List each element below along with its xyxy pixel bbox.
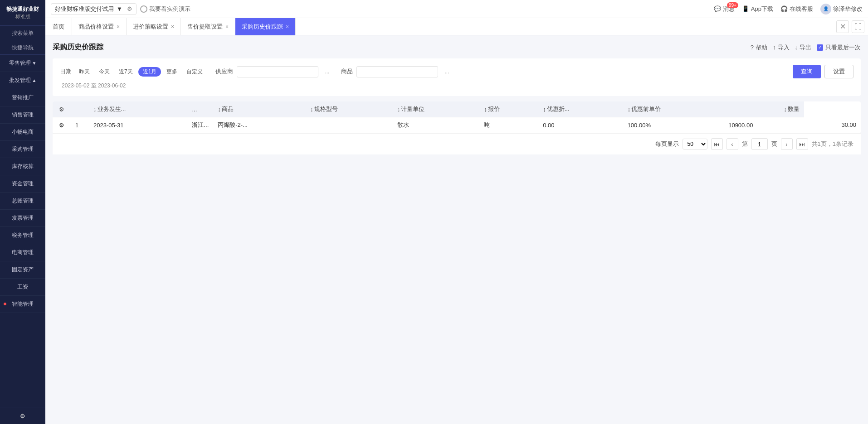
settings-icon[interactable]: ⚙ [127, 5, 132, 12]
th-price[interactable]: ↕报价 [479, 101, 538, 117]
page-actions: ? 帮助 ↑ 导入 ↓ 导出 ✓ 只看最后一次 [751, 43, 861, 52]
user-menu[interactable]: 👤 徐泽华修改 [820, 4, 863, 14]
date-btn-昨天[interactable]: 昨天 [75, 67, 93, 77]
tab-sale[interactable]: 售价提取设置× [181, 18, 235, 35]
th-unit-price-label: 优惠前单价 [631, 105, 661, 113]
filter-supplier-item: 供应商 ... [215, 66, 332, 77]
arrow-icon: ▼ [31, 61, 37, 66]
messages-btn[interactable]: 💬 消息 99+ [714, 5, 735, 13]
supplier-filter-label: 供应商 [215, 67, 233, 76]
tab-close-history[interactable]: × [286, 24, 289, 30]
tab-close-price[interactable]: × [117, 24, 120, 30]
sidebar-item-assets[interactable]: 固定资产 [0, 261, 45, 279]
tab-label-strategy: 进价策略设置 [133, 23, 168, 31]
per-page-select[interactable]: 50 100 [683, 139, 707, 149]
th-goods-label: 商品 [222, 105, 234, 113]
row-supplier: 浙江... [187, 117, 213, 133]
sidebar-item-ecommerce[interactable]: 电商管理 [0, 244, 45, 261]
help-label: 帮助 [756, 43, 767, 52]
goods-more-btn[interactable]: ... [442, 67, 452, 76]
export-btn[interactable]: ↓ 导出 [795, 43, 812, 52]
th-gear[interactable]: ⚙ [53, 101, 71, 117]
sidebar-item-marketing[interactable]: 营销推广 [0, 89, 45, 106]
sidebar-logo: 畅捷通好业财 标准版 [0, 0, 45, 26]
th-discount[interactable]: ↕优惠折... [538, 101, 623, 117]
th-unit-label: 计量单位 [401, 105, 424, 113]
product-selector[interactable]: 好业财标准版交付试用 ▼ ⚙ [51, 3, 137, 15]
tab-home[interactable]: 首页 [45, 18, 72, 35]
th-date[interactable]: ↕业务发生... [89, 101, 187, 117]
sidebar-item-finance[interactable]: 资金管理 [0, 175, 45, 193]
app-download-btn[interactable]: 📱 App下载 [742, 5, 773, 13]
sidebar-item-tax[interactable]: 税务管理 [0, 227, 45, 244]
tab-history[interactable]: 采购历史价跟踪× [235, 18, 296, 35]
online-service-btn[interactable]: 🎧 在线客服 [780, 5, 813, 13]
date-btn-自定义[interactable]: 自定义 [183, 67, 206, 77]
supplier-input[interactable] [237, 66, 318, 77]
data-table: ⚙ ↕业务发生... ... ↕商品 ↕规格型号 ↕计量单位 ↕报价 ↕优惠折.… [53, 101, 861, 133]
pagination: 每页显示 50 100 ⏮ ‹ 第 页 › ⏭ 共1页，1条记录 [53, 133, 861, 154]
close-tab-btn[interactable]: ✕ [836, 20, 849, 33]
filter-panel: 日期 昨天今天近7天近1月更多自定义 供应商 ... 商品 ... 查询 设置 [53, 58, 861, 96]
last-page-btn[interactable]: ⏭ [796, 138, 808, 150]
th-goods[interactable]: ↕商品 [213, 101, 306, 117]
page-header: 采购历史价跟踪 ? 帮助 ↑ 导入 ↓ 导出 ✓ 只 [53, 43, 861, 52]
prev-page-btn[interactable]: ‹ [727, 138, 738, 150]
sidebar-item-smart[interactable]: 智能管理 [0, 296, 45, 313]
goods-input[interactable] [356, 66, 438, 77]
th-unit-price[interactable]: ↕优惠前单价 [623, 101, 724, 117]
query-button[interactable]: 查询 [793, 65, 821, 78]
date-btn-近1月[interactable]: 近1月 [138, 67, 161, 77]
sidebar-item-ecommerce_small[interactable]: 小畅电商 [0, 124, 45, 141]
row-gear[interactable]: ⚙ [53, 117, 71, 133]
total-info: 共1页，1条记录 [812, 140, 853, 148]
sidebar-item-purchase[interactable]: 采购管理 [0, 141, 45, 158]
date-btn-近7天[interactable]: 近7天 [115, 67, 137, 77]
th-qty[interactable]: ↕数量 [724, 101, 804, 117]
sidebar-item-retail[interactable]: 零售管理 ▼ [0, 55, 45, 72]
settings-icon: ⚙ [20, 413, 25, 419]
sidebar-item-invoice[interactable]: 发票管理 [0, 210, 45, 227]
th-discount-label: 优惠折... [547, 105, 570, 113]
tab-close-strategy[interactable]: × [171, 24, 174, 30]
sidebar-item-sales[interactable]: 销售管理 [0, 106, 45, 124]
next-page-btn[interactable]: › [781, 138, 793, 150]
date-btn-更多[interactable]: 更多 [163, 67, 181, 77]
table-header-row: ⚙ ↕业务发生... ... ↕商品 ↕规格型号 ↕计量单位 ↕报价 ↕优惠折.… [53, 101, 861, 117]
import-label: 导入 [778, 43, 790, 52]
last-only-checkbox[interactable]: ✓ 只看最后一次 [817, 43, 861, 52]
date-range: 2023-05-02 至 2023-06-02 [62, 82, 126, 90]
demo-link[interactable]: 我要看实例演示 [140, 5, 190, 13]
tab-price[interactable]: 商品价格设置× [72, 18, 127, 35]
th-spec[interactable]: ↕规格型号 [306, 101, 393, 117]
export-icon: ↓ [795, 44, 798, 51]
first-page-btn[interactable]: ⏮ [711, 138, 723, 150]
th-more[interactable]: ... [187, 101, 213, 117]
supplier-more-btn[interactable]: ... [322, 67, 332, 76]
sidebar-search[interactable]: 搜索菜单 [0, 26, 45, 41]
th-no [71, 101, 89, 117]
topbar: 好业财标准版交付试用 ▼ ⚙ 我要看实例演示 💬 消息 99+ 📱 App下载 … [45, 0, 868, 18]
date-btn-今天[interactable]: 今天 [95, 67, 113, 77]
th-spec-label: 规格型号 [314, 105, 338, 113]
sidebar-item-inventory[interactable]: 库存核算 [0, 158, 45, 175]
date-filter-label: 日期 [60, 67, 72, 76]
sidebar-item-general[interactable]: 总账管理 [0, 193, 45, 210]
sidebar-quick-nav[interactable]: 快捷导航 [0, 41, 45, 55]
table-container: ⚙ ↕业务发生... ... ↕商品 ↕规格型号 ↕计量单位 ↕报价 ↕优惠折.… [53, 101, 861, 133]
help-btn[interactable]: ? 帮助 [751, 43, 767, 52]
sidebar-settings[interactable]: ⚙ [0, 408, 45, 424]
import-btn[interactable]: ↑ 导入 [773, 43, 790, 52]
th-qty-label: 数量 [788, 105, 800, 113]
row-goods: 丙烯酸-2-... [213, 117, 306, 133]
filter-row2: 2023-05-02 至 2023-06-02 [60, 82, 853, 90]
page-number-input[interactable] [751, 138, 768, 150]
tab-close-sale[interactable]: × [225, 24, 229, 30]
sidebar-item-wholesale[interactable]: 批发管理 ▲ [0, 72, 45, 89]
th-unit[interactable]: ↕计量单位 [393, 101, 480, 117]
th-date-label: 业务发生... [98, 105, 126, 113]
sidebar-item-salary[interactable]: 工资 [0, 279, 45, 296]
maximize-tab-btn[interactable]: ⛶ [852, 20, 864, 33]
tab-strategy[interactable]: 进价策略设置× [127, 18, 181, 35]
settings-button[interactable]: 设置 [824, 65, 853, 78]
